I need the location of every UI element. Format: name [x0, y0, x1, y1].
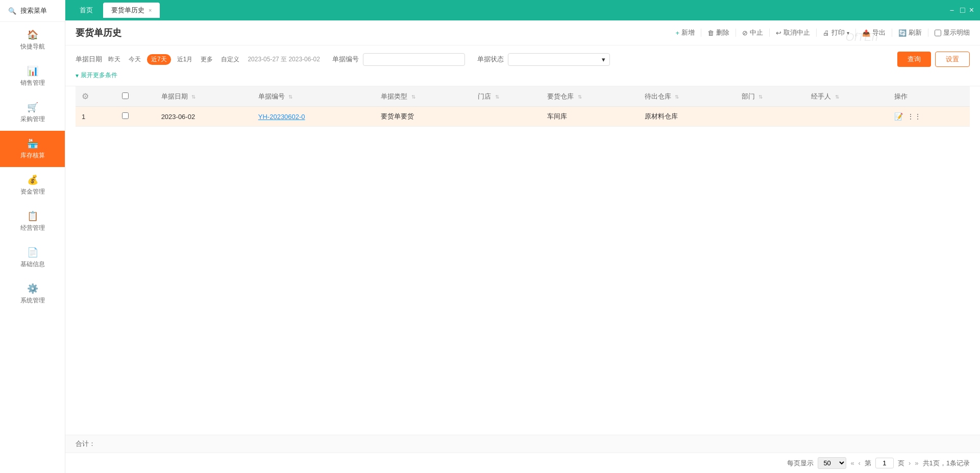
- row-checkbox[interactable]: [116, 107, 155, 127]
- col-settings[interactable]: ⚙: [76, 86, 116, 107]
- sidebar-item-home[interactable]: 🏠 快捷导航: [0, 22, 65, 58]
- doc-number-label: 单据编号: [332, 55, 359, 64]
- page-input[interactable]: [875, 458, 894, 468]
- row-req-warehouse: 车间库: [541, 107, 638, 127]
- sort-icon[interactable]: ⇅: [191, 94, 195, 100]
- col-action: 操作: [888, 86, 970, 107]
- setting-button[interactable]: 设置: [935, 52, 970, 67]
- print-dropdown-icon: ▾: [847, 30, 849, 36]
- pagination-bar: 每页显示 50 100 200 « ‹ 第 页 › » 共1页，1条记录: [65, 453, 980, 473]
- data-table: ⚙ 单据日期 ⇅ 单据编号 ⇅ 单据类型 ⇅: [76, 86, 970, 127]
- print-button[interactable]: 🖨 打印 ▾: [823, 28, 849, 37]
- sidebar-item-finance[interactable]: 💰 资金管理: [0, 167, 65, 203]
- stop-icon: ⊘: [742, 29, 748, 37]
- date-month-btn[interactable]: 近1月: [175, 54, 195, 65]
- expand-more-btn[interactable]: ▾ 展开更多条件: [76, 71, 970, 80]
- row-number[interactable]: YH-20230602-0: [252, 107, 375, 127]
- search-menu[interactable]: 🔍 搜索菜单: [0, 0, 65, 22]
- sort-icon[interactable]: ⇅: [758, 94, 763, 100]
- per-page-label: 每页显示: [787, 459, 814, 468]
- operations-icon: 📋: [27, 210, 38, 222]
- page-title: 要货单历史: [76, 27, 675, 39]
- sidebar-item-basic[interactable]: 📄 基础信息: [0, 240, 65, 276]
- tab-active[interactable]: 要货单历史 ×: [103, 3, 160, 18]
- row-edit-icon[interactable]: 📝: [894, 112, 903, 121]
- row-department: [736, 107, 805, 127]
- divider: [892, 29, 892, 37]
- window-minimize-icon[interactable]: －: [948, 5, 956, 16]
- sort-icon[interactable]: ⇅: [411, 94, 415, 100]
- system-icon: ⚙️: [27, 283, 38, 294]
- delete-label: 删除: [716, 28, 729, 37]
- delete-button[interactable]: 🗑 删除: [707, 28, 729, 37]
- delete-icon: 🗑: [707, 29, 714, 37]
- basic-icon: 📄: [27, 247, 38, 258]
- sort-icon[interactable]: ⇅: [835, 94, 839, 100]
- sort-icon[interactable]: ⇅: [675, 94, 679, 100]
- sort-icon[interactable]: ⇅: [578, 94, 582, 100]
- sales-icon: 📊: [27, 65, 38, 77]
- sidebar-item-label: 基础信息: [20, 260, 45, 269]
- date-today-btn[interactable]: 今天: [127, 54, 143, 65]
- stop-label: 中止: [750, 28, 763, 37]
- cancel-stop-icon: ↩: [776, 29, 781, 37]
- export-button[interactable]: 📤 导出: [862, 28, 886, 37]
- new-icon: +: [675, 29, 679, 37]
- nav-prev-btn[interactable]: ‹: [859, 459, 861, 467]
- col-handler: 经手人 ⇅: [805, 86, 888, 107]
- tab-active-label: 要货单历史: [111, 6, 144, 15]
- select-all-checkbox[interactable]: [122, 92, 129, 99]
- sidebar-item-purchase[interactable]: 🛒 采购管理: [0, 94, 65, 131]
- new-button[interactable]: + 新增: [675, 28, 695, 37]
- sidebar-item-sales[interactable]: 📊 销售管理: [0, 58, 65, 94]
- per-page-select[interactable]: 50 100 200: [818, 457, 846, 469]
- tab-close-icon[interactable]: ×: [149, 7, 152, 13]
- sort-icon[interactable]: ⇅: [495, 94, 499, 100]
- nav-first-btn[interactable]: «: [850, 459, 854, 467]
- sidebar-item-label: 采购管理: [20, 115, 45, 124]
- query-button[interactable]: 查询: [897, 52, 931, 67]
- sidebar-item-inventory[interactable]: 🏪 库存核算: [0, 131, 65, 167]
- display-detail-checkbox[interactable]: [935, 30, 941, 36]
- table-settings-icon[interactable]: ⚙: [82, 92, 89, 101]
- page-content: 要货单历史 + 新增 🗑 删除 ⊘ 中止 ↩: [65, 20, 980, 473]
- window-maximize-icon[interactable]: □: [960, 6, 965, 15]
- page-suffix: 页: [898, 459, 904, 468]
- row-pending-warehouse: 原材料仓库: [639, 107, 736, 127]
- row-store: [472, 107, 541, 127]
- print-icon: 🖨: [823, 29, 829, 37]
- col-pending-warehouse: 待出仓库 ⇅: [639, 86, 736, 107]
- refresh-button[interactable]: 🔄 刷新: [898, 28, 922, 37]
- col-department: 部门 ⇅: [736, 86, 805, 107]
- row-more-icon[interactable]: ⋮⋮: [907, 112, 921, 121]
- sidebar-item-operations[interactable]: 📋 经营管理: [0, 203, 65, 240]
- display-detail-toggle[interactable]: 显示明细: [935, 28, 970, 37]
- cancel-stop-button[interactable]: ↩ 取消中止: [776, 28, 810, 37]
- sidebar-item-system[interactable]: ⚙️ 系统管理: [0, 276, 65, 312]
- page-header: 要货单历史 + 新增 🗑 删除 ⊘ 中止 ↩: [65, 20, 980, 45]
- nav-next-btn[interactable]: ›: [909, 459, 911, 467]
- divider: [701, 29, 701, 37]
- total-info: 共1页，1条记录: [923, 459, 970, 468]
- window-close-icon[interactable]: ×: [969, 6, 974, 15]
- col-checkbox[interactable]: [116, 86, 155, 107]
- divider: [855, 29, 856, 37]
- print-label: 打印: [831, 28, 845, 37]
- date-custom-btn[interactable]: 自定义: [219, 54, 241, 65]
- stop-button[interactable]: ⊘ 中止: [742, 28, 763, 37]
- row-date: 2023-06-02: [155, 107, 252, 127]
- date-more-btn[interactable]: 更多: [199, 54, 215, 65]
- nav-last-btn[interactable]: »: [915, 459, 918, 467]
- status-select[interactable]: ▾: [508, 53, 610, 66]
- status-filter: 单据状态 ▾: [477, 53, 610, 66]
- tab-home[interactable]: 首页: [71, 3, 101, 18]
- row-type: 要货单要货: [375, 107, 472, 127]
- date-yesterday-btn[interactable]: 昨天: [106, 54, 122, 65]
- date-filter-label: 单据日期: [76, 55, 102, 64]
- row-action: 📝 ⋮⋮: [888, 107, 970, 127]
- date-7days-btn[interactable]: 近7天: [147, 54, 171, 65]
- finance-icon: 💰: [27, 174, 38, 185]
- sort-icon[interactable]: ⇅: [288, 94, 292, 100]
- sidebar-item-label: 库存核算: [20, 151, 45, 160]
- doc-number-input[interactable]: [363, 53, 465, 66]
